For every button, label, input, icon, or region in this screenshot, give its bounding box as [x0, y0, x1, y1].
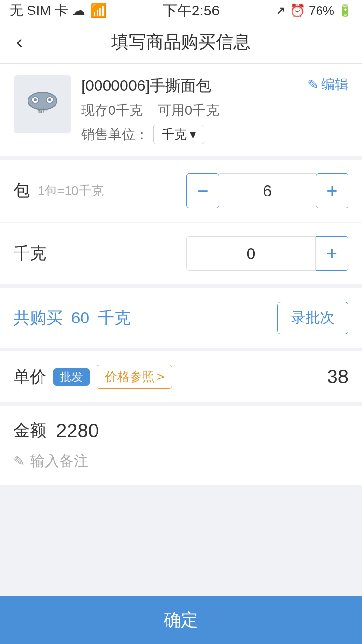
- kg-label: 千克: [14, 242, 46, 265]
- price-value: 38: [327, 366, 349, 388]
- bag-hint: 1包=10千克: [38, 182, 104, 199]
- kg-input[interactable]: [186, 236, 316, 271]
- amount-row: 金额 2280: [14, 420, 348, 442]
- batch-button[interactable]: 录批次: [277, 302, 348, 334]
- status-right: ↗ ⏰ 76% 🔋: [275, 3, 352, 18]
- summary-amount: 60: [71, 308, 89, 327]
- product-name: [0000006]手撕面包: [81, 75, 298, 97]
- bag-input-row: 包 1包=10千克 − +: [14, 160, 348, 222]
- page-title: 填写商品购买信息: [111, 30, 251, 54]
- product-logo-icon: 智计: [26, 92, 59, 116]
- note-placeholder: 输入备注: [30, 451, 88, 471]
- confirm-button[interactable]: 确定: [0, 596, 362, 644]
- summary-text: 共购买 60 千克: [14, 307, 131, 329]
- summary-section: 共购买 60 千克 录批次: [0, 288, 362, 351]
- edit-button[interactable]: ✎ 编辑: [307, 75, 348, 94]
- location-icon: ↗: [275, 3, 286, 18]
- bag-decrement-button[interactable]: −: [186, 173, 219, 208]
- price-label: 单价 批发 价格参照 >: [14, 365, 172, 389]
- nav-bar: ‹ 填写商品购买信息: [0, 21, 362, 64]
- bag-input[interactable]: [219, 173, 316, 208]
- kg-input-row: 千克 +: [14, 223, 348, 284]
- status-time: 下午2:56: [163, 1, 220, 21]
- kg-input-section: 千克 +: [0, 223, 362, 288]
- svg-text:智计: 智计: [37, 108, 48, 113]
- product-thumbnail: 智计: [14, 75, 71, 133]
- kg-increment-button[interactable]: +: [316, 236, 348, 271]
- edit-icon: ✎: [307, 77, 319, 93]
- battery-label: 76%: [309, 3, 334, 18]
- kg-stepper: +: [186, 236, 348, 271]
- amount-section: 金额 2280 ✎ 输入备注: [0, 406, 362, 485]
- stock-label: 现存0千克: [81, 103, 143, 118]
- price-ref-icon: >: [157, 369, 164, 384]
- back-button[interactable]: ‹: [12, 27, 28, 57]
- bag-stepper: − +: [186, 173, 348, 208]
- battery-icon: 🔋: [338, 4, 352, 17]
- product-card: 智计 [0000006]手撕面包 现存0千克 可用0千克 销售单位： 千克 ▾ …: [0, 64, 362, 160]
- available-label: 可用0千克: [158, 103, 220, 118]
- bag-input-section: 包 1包=10千克 − +: [0, 160, 362, 222]
- unit-selector[interactable]: 千克 ▾: [153, 125, 204, 144]
- note-icon: ✎: [14, 453, 25, 469]
- alarm-icon: ⏰: [290, 3, 305, 18]
- sim-label: 无 SIM 卡 ☁: [10, 1, 85, 20]
- bag-label: 包 1包=10千克: [14, 180, 104, 202]
- amount-label: 金额: [14, 420, 46, 442]
- svg-point-4: [48, 98, 51, 101]
- status-left: 无 SIM 卡 ☁ 📶: [10, 1, 107, 20]
- product-unit: 销售单位： 千克 ▾: [81, 125, 298, 144]
- status-bar: 无 SIM 卡 ☁ 📶 下午2:56 ↗ ⏰ 76% 🔋: [0, 0, 362, 21]
- price-badge: 批发: [53, 368, 90, 386]
- dropdown-icon: ▾: [190, 127, 196, 142]
- svg-point-3: [34, 98, 37, 101]
- wifi-icon: 📶: [90, 3, 107, 19]
- price-section: 单价 批发 价格参照 > 38: [0, 351, 362, 406]
- product-info: [0000006]手撕面包 现存0千克 可用0千克 销售单位： 千克 ▾: [81, 75, 298, 144]
- amount-value: 2280: [56, 420, 99, 442]
- product-stock: 现存0千克 可用0千克: [81, 101, 298, 120]
- bag-increment-button[interactable]: +: [316, 173, 348, 208]
- note-input-row[interactable]: ✎ 输入备注: [14, 451, 348, 471]
- price-row: 单价 批发 价格参照 > 38: [14, 365, 348, 389]
- price-ref-button[interactable]: 价格参照 >: [97, 365, 172, 389]
